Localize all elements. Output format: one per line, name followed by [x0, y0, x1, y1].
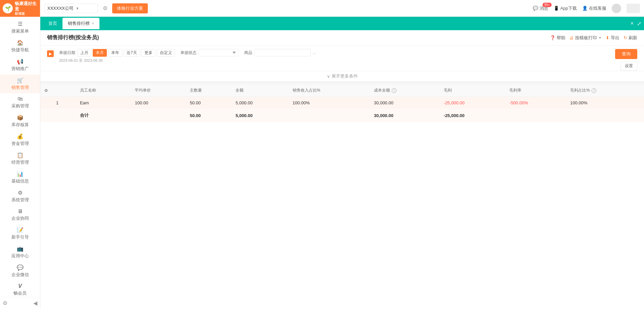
export-button[interactable]: ⬇ 导出 — [606, 35, 619, 41]
online-service-action[interactable]: 👤 在线客服 — [582, 5, 606, 11]
sidebar-item-label: 畅会员 — [13, 290, 27, 296]
sidebar-item-label: 应用中心 — [11, 253, 29, 259]
sidebar-item-sales[interactable]: 🛒 销售管理 — [0, 74, 40, 93]
sidebar-item-label: 经营管理 — [11, 159, 29, 165]
app-download-action[interactable]: 📱 App下载 — [554, 5, 577, 11]
td-cost: 30,000.00 — [370, 97, 439, 109]
th-gross: 毛利 — [440, 84, 506, 97]
tab-sales-ranking-label: 销售排行榜 — [68, 20, 90, 27]
date-filter-label: 单据日期 — [59, 50, 75, 56]
date-btn-last-month[interactable]: 上月 — [77, 49, 91, 57]
th-sales-pct: 销售收入占比% — [289, 84, 370, 97]
query-button[interactable]: 查询 — [615, 49, 637, 59]
settings-text-button[interactable]: 设置 — [620, 61, 637, 71]
sidebar-item-label: 基础信息 — [11, 178, 29, 184]
sidebar-item-system[interactable]: ⚙ 系统管理 — [0, 187, 40, 206]
sidebar-item-label: 资金管理 — [11, 141, 29, 147]
user-avatar[interactable] — [612, 4, 621, 13]
message-action[interactable]: 💬 消息 99+ — [533, 5, 548, 11]
message-badge: 99+ — [543, 3, 552, 7]
sidebar-item-enterprise-wechat[interactable]: 💬 企业微信 — [0, 262, 40, 280]
company-settings-icon[interactable]: ⚙ — [101, 4, 109, 13]
sidebar-item-quick-nav[interactable]: 🏠 快捷导航 — [0, 37, 40, 56]
goods-input[interactable] — [254, 49, 311, 56]
footer-sales-pct — [289, 109, 370, 122]
sidebar-item-basic[interactable]: 📊 基础信息 — [0, 168, 40, 187]
filter-arrow-btn[interactable]: ▶ — [47, 50, 54, 57]
td-gross-pct: 100.00% — [566, 97, 644, 109]
online-service-label: 在线客服 — [589, 5, 606, 11]
marketing-icon: 📢 — [17, 58, 24, 65]
topbar: XXXXXX公司 ▼ ⚙ 体验行业方案 💬 消息 99+ 📱 App下载 👤 在… — [40, 0, 644, 17]
date-btn-current-year[interactable]: 本年 — [108, 49, 122, 57]
main-area: XXXXXX公司 ▼ ⚙ 体验行业方案 💬 消息 99+ 📱 App下载 👤 在… — [40, 0, 644, 309]
sidebar-bottom: ⚙ ◀ — [0, 297, 40, 309]
content-area: 销售排行榜(按业务员) ❓ 帮助 🖨 按模板打印 ▼ ⬇ 导出 ↻ 刷新 — [40, 30, 644, 309]
cost-info-icon[interactable]: i — [392, 88, 396, 93]
status-filter: 单据状态 — [180, 49, 239, 56]
logo-text: 畅康通好生意 标准版 — [15, 1, 37, 15]
page-title: 销售排行榜(按业务员) — [47, 34, 99, 45]
tab-home[interactable]: 首页 — [43, 18, 62, 29]
print-button[interactable]: 🖨 按模板打印 ▼ — [569, 35, 602, 41]
footer-row: 合计 50.00 5,000.00 30,000.00 -25,000.00 — [40, 109, 644, 122]
inventory-icon: 📦 — [17, 114, 24, 121]
trial-button[interactable]: 体验行业方案 — [112, 3, 148, 13]
sidebar-item-label: 采购管理 — [11, 103, 29, 109]
user-name-placeholder[interactable] — [627, 4, 640, 13]
goods-more-icon[interactable]: ... — [313, 50, 316, 55]
tabbar-right: × ⤢ — [631, 20, 641, 27]
status-filter-label: 单据状态 — [180, 50, 197, 56]
th-gross-pct: 毛利占比% i — [566, 84, 644, 97]
sidebar-item-marketing[interactable]: 📢 营销推广 — [0, 56, 40, 74]
expand-label: 展开更多条件 — [332, 73, 358, 79]
footer-gross: -25,000.00 — [440, 109, 506, 122]
table-footer: 合计 50.00 5,000.00 30,000.00 -25,000.00 — [40, 109, 644, 122]
app-download-label: App下载 — [560, 5, 577, 11]
th-gear[interactable]: ⚙ — [40, 84, 52, 97]
tab-close-icon[interactable]: × — [92, 21, 94, 26]
sidebar-item-search[interactable]: ☰ 搜索菜单 — [0, 18, 40, 37]
tab-home-label: 首页 — [48, 20, 57, 27]
table-header-row: ⚙ 员工名称 平均单价 主数量 全额 销售收入占比% 成本全额 i 毛利 毛利率 — [40, 84, 644, 97]
expand-more-btn[interactable]: ∨ 展开更多条件 — [327, 73, 358, 79]
sidebar-settings-btn[interactable]: ⚙ — [3, 300, 7, 306]
tab-close-all-icon[interactable]: × — [631, 20, 634, 27]
sidebar-item-member[interactable]: V 畅会员 — [0, 280, 40, 297]
date-btn-7days[interactable]: 近7天 — [124, 49, 140, 57]
date-btn-custom[interactable]: 自定义 — [157, 49, 175, 57]
td-employee: Eam — [76, 97, 131, 109]
logo-sub: 标准版 — [15, 12, 37, 16]
status-select[interactable] — [199, 49, 239, 56]
basic-icon: 📊 — [17, 171, 24, 177]
sidebar-item-capital[interactable]: 💰 资金管理 — [0, 131, 40, 149]
sidebar-item-guide[interactable]: 📝 新手引导 — [0, 224, 40, 243]
guide-icon: 📝 — [17, 227, 24, 233]
th-amount: 全额 — [231, 84, 288, 97]
company-selector[interactable]: XXXXXX公司 ▼ — [44, 4, 98, 13]
message-icon: 💬 — [533, 6, 538, 11]
th-rank — [52, 84, 76, 97]
td-amount: 5,000.00 — [231, 97, 288, 109]
sidebar-item-purchase[interactable]: 🛍 采购管理 — [0, 93, 40, 112]
sidebar-item-operation[interactable]: 📋 经营管理 — [0, 149, 40, 168]
th-gross-rate: 毛利率 — [505, 84, 566, 97]
td-rank: 1 — [52, 97, 76, 109]
topbar-right: 💬 消息 99+ 📱 App下载 👤 在线客服 — [533, 4, 640, 13]
sidebar-item-inventory[interactable]: 📦 库存核算 — [0, 112, 40, 131]
date-btn-current-month[interactable]: 本月 — [93, 49, 107, 57]
tab-sales-ranking[interactable]: 销售排行榜 × — [62, 18, 99, 29]
refresh-button[interactable]: ↻ 刷新 — [624, 35, 637, 41]
footer-amount: 5,000.00 — [231, 109, 288, 122]
sidebar-nav: ☰ 搜索菜单 🏠 快捷导航 📢 营销推广 🛒 销售管理 🛍 采购管理 📦 库存核… — [0, 17, 40, 297]
td-avg-price: 100.00 — [131, 97, 186, 109]
operation-icon: 📋 — [17, 152, 24, 158]
sidebar-collapse-btn[interactable]: ◀ — [33, 300, 37, 306]
search-menu-icon: ☰ — [18, 21, 23, 27]
gross-pct-info-icon[interactable]: i — [592, 88, 596, 93]
date-btn-more[interactable]: 更多 — [141, 49, 156, 57]
help-button[interactable]: ❓ 帮助 — [550, 35, 565, 41]
sidebar-item-enterprise-collab[interactable]: 🖥 企业协同 — [0, 206, 40, 224]
tab-expand-icon[interactable]: ⤢ — [637, 20, 641, 27]
sidebar-item-app-center[interactable]: 📺 应用中心 — [0, 243, 40, 262]
